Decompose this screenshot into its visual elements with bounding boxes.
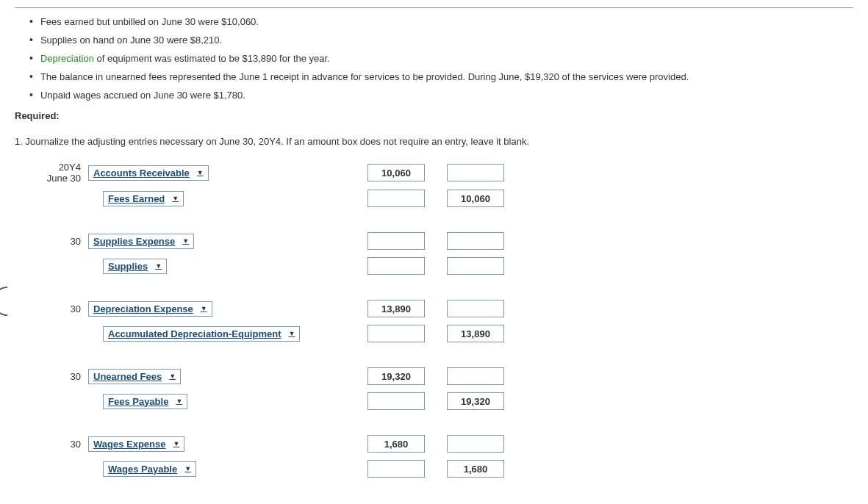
date-day: 30 xyxy=(29,439,88,450)
date-day: 30 xyxy=(29,236,88,247)
account-dropdown[interactable]: Wages Payable▼ xyxy=(103,461,196,477)
account-dropdown[interactable]: Fees Payable▼ xyxy=(103,394,187,409)
bullet-item: The balance in unearned fees represented… xyxy=(29,69,853,84)
debit-input[interactable] xyxy=(367,232,425,250)
question-text: 1. Journalize the adjusting entries nece… xyxy=(15,136,853,147)
debit-input[interactable] xyxy=(367,392,425,410)
bullet-item: Supplies on hand on June 30 were $8,210. xyxy=(29,32,853,48)
credit-input[interactable] xyxy=(447,164,504,181)
debit-input[interactable]: 13,890 xyxy=(367,300,425,317)
chevron-down-icon: ▼ xyxy=(288,330,295,337)
bullet-item: Fees earned but unbilled on June 30 were… xyxy=(29,14,853,29)
date-day: 30 xyxy=(29,371,88,382)
debit-input[interactable] xyxy=(367,190,425,207)
date-day: 30 xyxy=(29,303,88,314)
account-dropdown[interactable]: Accumulated Depreciation-Equipment▼ xyxy=(103,326,300,342)
account-dropdown[interactable]: Supplies Expense▼ xyxy=(88,234,194,249)
bullet-item: Unpaid wages accrued on June 30 were $1,… xyxy=(29,87,853,103)
chevron-down-icon: ▼ xyxy=(176,397,182,405)
bullet-item: Depreciation of equipment was estimated … xyxy=(29,51,853,66)
chevron-down-icon: ▼ xyxy=(173,440,180,447)
chevron-down-icon: ▼ xyxy=(155,262,162,270)
credit-input[interactable]: 10,060 xyxy=(447,190,504,207)
debit-input[interactable]: 1,680 xyxy=(367,435,425,453)
account-dropdown[interactable]: Depreciation Expense▼ xyxy=(88,301,212,317)
required-label: Required: xyxy=(15,110,853,121)
chevron-down-icon: ▼ xyxy=(172,195,179,202)
chevron-down-icon: ▼ xyxy=(169,372,176,380)
debit-input[interactable] xyxy=(367,257,425,275)
side-decoration xyxy=(0,287,7,316)
account-dropdown[interactable]: Fees Earned▼ xyxy=(103,191,184,206)
date-year: 20Y4 June 30 xyxy=(29,162,88,184)
account-dropdown[interactable]: Supplies▼ xyxy=(103,259,167,274)
credit-input[interactable] xyxy=(447,257,504,275)
chevron-down-icon: ▼ xyxy=(184,465,191,472)
account-dropdown[interactable]: Wages Expense▼ xyxy=(88,436,184,452)
debit-input[interactable]: 19,320 xyxy=(367,367,425,385)
chevron-down-icon: ▼ xyxy=(201,305,207,312)
credit-input[interactable] xyxy=(447,300,504,317)
credit-input[interactable] xyxy=(447,435,504,453)
credit-input[interactable] xyxy=(447,232,504,250)
debit-input[interactable] xyxy=(367,325,425,342)
credit-input[interactable]: 1,680 xyxy=(447,460,504,478)
credit-input[interactable]: 19,320 xyxy=(447,392,504,410)
debit-input[interactable] xyxy=(367,460,425,478)
chevron-down-icon: ▼ xyxy=(182,237,189,245)
credit-input[interactable]: 13,890 xyxy=(447,325,504,342)
account-dropdown[interactable]: Unearned Fees▼ xyxy=(88,369,181,384)
chevron-down-icon: ▼ xyxy=(197,169,204,176)
credit-input[interactable] xyxy=(447,367,504,385)
bullet-list: Fees earned but unbilled on June 30 were… xyxy=(15,14,853,103)
debit-input[interactable]: 10,060 xyxy=(367,164,425,181)
account-dropdown[interactable]: Accounts Receivable▼ xyxy=(88,165,209,181)
journal-entries: 20Y4 June 30 Accounts Receivable▼ 10,060… xyxy=(15,162,853,479)
